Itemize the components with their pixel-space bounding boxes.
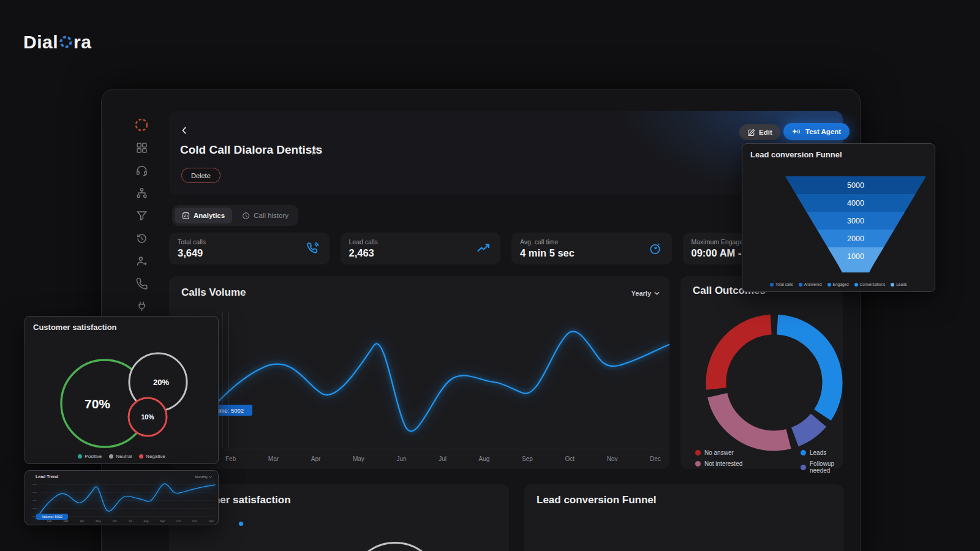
- legend-total-calls: Total calls: [770, 282, 793, 287]
- month-label: Apr: [80, 520, 84, 523]
- month-label: Jul: [129, 520, 132, 523]
- month-label: Mar: [64, 520, 69, 523]
- voice-sparkle-icon: [792, 127, 801, 137]
- negative-pct: 10%: [141, 413, 154, 421]
- mini-month-labels: Feb Mar Apr May Jun Jul Aug Sep Oct Nov …: [47, 520, 214, 523]
- month-label: Dec: [650, 455, 661, 462]
- stat-label: Avg. call time: [520, 238, 663, 246]
- legend-leads: Leads: [891, 282, 907, 287]
- mini-chart-tooltip: Volume: 5002: [36, 514, 68, 520]
- month-label: Dec: [209, 520, 214, 523]
- edit-label: Edit: [759, 129, 772, 136]
- satisfaction-legend: Positive Neutral Negative: [25, 454, 218, 459]
- logo-text-pre: Dial: [23, 32, 58, 53]
- sidebar-history-icon[interactable]: [134, 231, 149, 246]
- legend-label: Leads: [810, 449, 826, 456]
- legend-leads: Leads: [801, 449, 826, 456]
- sidebar-plug-icon[interactable]: [134, 299, 149, 313]
- month-label: May: [353, 455, 364, 462]
- month-label: Mar: [268, 455, 279, 462]
- stat-avg-call-time: Avg. call time 4 min 5 sec: [511, 233, 672, 264]
- stat-label: Total calls: [178, 238, 321, 246]
- back-button[interactable]: [178, 124, 191, 137]
- legend-label: Negative: [146, 454, 165, 459]
- legend-dot: [770, 283, 774, 287]
- call-outcomes-card: Call Outcomes No answer Not interested: [680, 276, 843, 469]
- funnel-overlay-card[interactable]: Lead conversion Funnel 5000 4000 3000 20…: [742, 143, 935, 292]
- sidebar-logo-ring-icon[interactable]: [134, 118, 149, 132]
- agent-title: Cold Call Dialora Dentists: [180, 143, 322, 157]
- month-label: Nov: [607, 455, 618, 462]
- stopwatch-icon: [648, 241, 662, 258]
- stat-value: 2,463: [349, 247, 492, 259]
- sidebar-funnel-icon[interactable]: [134, 208, 149, 223]
- legend-neutral: Neutral: [109, 454, 132, 459]
- legend-dot: [801, 450, 806, 455]
- edit-button[interactable]: Edit: [739, 124, 780, 140]
- blue-dot: [239, 522, 243, 526]
- legend-label: Positive: [85, 454, 102, 459]
- section-title: Lead conversion Funnel: [537, 494, 657, 506]
- clock-icon: [242, 212, 250, 220]
- legend-label: Neutral: [116, 454, 132, 459]
- funnel-chart: 5000 4000 3000 2000 1000: [742, 173, 936, 277]
- month-label: Feb: [225, 455, 236, 462]
- satisfaction-bubbles: 70% 20% 10%: [25, 317, 219, 465]
- month-label: Apr: [311, 455, 321, 462]
- logo-text-post: ra: [74, 32, 91, 53]
- sidebar-contact-icon[interactable]: [134, 253, 149, 268]
- legend-label: Followup needed: [810, 460, 843, 474]
- test-agent-label: Test Agent: [805, 128, 841, 135]
- analytics-icon: [182, 212, 190, 220]
- legend-dot: [801, 465, 806, 470]
- logo-ring-icon: [58, 32, 74, 53]
- month-label: Jun: [113, 520, 117, 523]
- tab-analytics-label: Analytics: [194, 212, 225, 219]
- delete-label: Delete: [191, 172, 211, 179]
- legend-dot: [799, 283, 802, 287]
- funnel-stage-value: 4000: [847, 199, 864, 208]
- legend-label: Conversations: [860, 282, 886, 287]
- edit-pencil-icon: [747, 129, 755, 137]
- view-tabs: Analytics Call history: [172, 205, 298, 226]
- funnel-title: Lead conversion Funnel: [750, 150, 842, 159]
- month-label: Aug: [479, 455, 490, 462]
- tab-call-history[interactable]: Call history: [235, 208, 296, 223]
- satisfaction-overlay-card[interactable]: Customer satisfaction 70% 20% 10% Positi…: [24, 316, 219, 464]
- funnel-stage-value: 5000: [847, 181, 864, 190]
- legend-engaged: Engaged: [827, 282, 849, 287]
- legend-conversations: Conversations: [854, 282, 886, 287]
- legend-answered: Answered: [799, 282, 822, 287]
- customer-satisfaction-section: Customer satisfaction: [169, 484, 509, 551]
- delete-button[interactable]: Delete: [181, 168, 221, 183]
- sidebar-hierarchy-icon[interactable]: [134, 186, 149, 200]
- month-label: Jul: [439, 455, 447, 462]
- sidebar-phone-icon[interactable]: [134, 276, 149, 291]
- app-canvas: Dial ra: [0, 0, 980, 551]
- month-label: Feb: [47, 520, 52, 523]
- test-agent-button[interactable]: Test Agent: [783, 123, 850, 140]
- rename-pencil-icon[interactable]: [311, 146, 321, 158]
- sidebar-dashboard-icon[interactable]: [134, 140, 149, 155]
- month-label: Oct: [565, 455, 575, 462]
- month-label: Jun: [396, 455, 406, 462]
- call-outcomes-donut[interactable]: [704, 312, 845, 453]
- legend-dot: [695, 450, 701, 455]
- lead-trend-overlay-card[interactable]: Lead Trend Monthly Volume: 5002 Feb Mar …: [24, 470, 219, 525]
- legend-label: Engaged: [833, 282, 849, 287]
- tab-analytics[interactable]: Analytics: [175, 208, 232, 223]
- legend-no-answer: No answer: [695, 449, 734, 456]
- legend-label: Answered: [804, 282, 822, 287]
- legend-dot: [139, 454, 143, 459]
- month-label: Oct: [176, 520, 181, 523]
- stat-label: Lead calls: [349, 238, 492, 246]
- neutral-pct: 20%: [153, 378, 169, 387]
- legend-dot: [827, 283, 831, 287]
- calls-volume-chart[interactable]: [169, 276, 669, 469]
- stat-lead-calls: Lead calls 2,463: [341, 233, 501, 264]
- legend-dot: [854, 283, 858, 287]
- legend-label: No answer: [704, 449, 734, 456]
- stat-value: 4 min 5 sec: [520, 247, 663, 259]
- tab-call-history-label: Call history: [254, 212, 288, 219]
- sidebar-headset-icon[interactable]: [134, 163, 149, 178]
